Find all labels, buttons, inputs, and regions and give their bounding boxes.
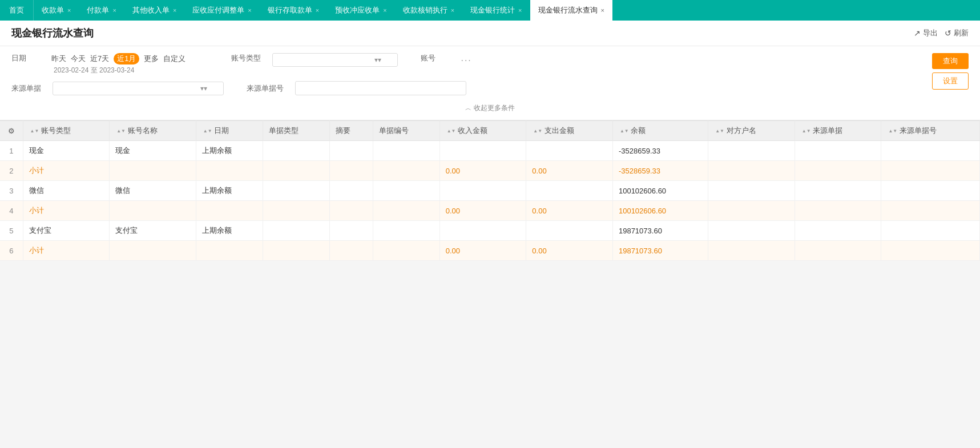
nav-tab-5[interactable]: 预收冲应收单 × [327, 0, 394, 21]
source-doc-select[interactable]: ▾ [53, 82, 224, 95]
col-summary-label: 摘要 [336, 126, 350, 135]
row-date: 上期余额 [196, 181, 263, 201]
row-income: 0.00 [439, 201, 526, 221]
nav-tab-close-4[interactable]: × [316, 7, 319, 14]
col-expense-label: 支出金额 [545, 126, 574, 135]
row-doc-no [373, 141, 439, 161]
row-doc-no [373, 201, 439, 221]
nav-tab-close-7[interactable]: × [518, 7, 522, 14]
source-doc-label: 来源单据 [11, 83, 41, 94]
row-expense [526, 181, 613, 201]
table-row: 3微信微信上期余额100102606.60 [0, 181, 980, 201]
col-account-type[interactable]: ▲▼ 账号类型 [23, 121, 110, 141]
row-counterpart [708, 221, 795, 241]
row-date [196, 161, 263, 181]
nav-tab-7[interactable]: 现金银行统计 × [462, 0, 530, 21]
page-title: 现金银行流水查询 [11, 26, 94, 40]
col-source-doc-no[interactable]: ▲▼ 来源单据号 [881, 121, 980, 141]
nav-tab-4[interactable]: 银行存取款单 × [260, 0, 327, 21]
nav-tab-close-5[interactable]: × [383, 7, 386, 14]
row-income: 0.00 [439, 241, 526, 261]
col-counterpart[interactable]: ▲▼ 对方户名 [708, 121, 795, 141]
nav-tab-6[interactable]: 收款核销执行 × [395, 0, 462, 21]
row-no: 4 [0, 201, 23, 221]
col-source-doc[interactable]: ▲▼ 来源单据 [795, 121, 881, 141]
row-account-type: 支付宝 [23, 221, 110, 241]
nav-tab-close-6[interactable]: × [451, 7, 454, 14]
nav-home[interactable]: 首页 [0, 0, 34, 21]
row-account-type: 微信 [23, 181, 110, 201]
sort-arrows-date: ▲▼ [203, 128, 212, 134]
date-more[interactable]: 更多 [144, 54, 159, 64]
row-counterpart [708, 161, 795, 181]
account-dots[interactable]: ... [461, 53, 471, 63]
nav-tab-close-1[interactable]: × [112, 7, 116, 14]
sort-arrows-income: ▲▼ [447, 128, 456, 134]
query-button[interactable]: 查询 [932, 53, 969, 69]
nav-tab-label-4: 银行存取款单 [268, 5, 312, 15]
source-doc-no-input[interactable] [295, 81, 466, 95]
nav-tab-3[interactable]: 应收应付调整单 × [184, 0, 259, 21]
nav-tab-close-0[interactable]: × [67, 7, 71, 14]
col-balance-label: 余额 [631, 126, 646, 135]
row-no: 6 [0, 241, 23, 261]
date-yesterday[interactable]: 昨天 [51, 54, 66, 64]
col-expense[interactable]: ▲▼ 支出金额 [526, 121, 613, 141]
date-7days[interactable]: 近7天 [90, 54, 109, 64]
row-doc-type [263, 241, 329, 261]
col-account-name[interactable]: ▲▼ 账号名称 [110, 121, 196, 141]
sort-arrows-account-type: ▲▼ [30, 128, 39, 134]
col-date[interactable]: ▲▼ 日期 [196, 121, 263, 141]
date-1month[interactable]: 近1月 [114, 53, 139, 64]
col-doc-type[interactable]: 单据类型 [263, 121, 329, 141]
nav-tab-1[interactable]: 付款单 × [79, 0, 124, 21]
row-account-name [110, 161, 196, 181]
row-counterpart [708, 181, 795, 201]
nav-tab-2[interactable]: 其他收入单 × [124, 0, 184, 21]
collapse-bar[interactable]: ︿ 收起更多条件 [11, 103, 969, 113]
date-filter-label: 日期 [11, 53, 40, 63]
col-gear[interactable]: ⚙ [0, 121, 23, 141]
sort-arrows-source-doc-no: ▲▼ [888, 128, 897, 134]
nav-tab-close-3[interactable]: × [248, 7, 251, 14]
date-today[interactable]: 今天 [71, 54, 86, 64]
date-range: 2023-02-24 至 2023-03-24 [54, 66, 185, 75]
row-source-doc-no [881, 161, 980, 181]
row-summary [330, 221, 373, 241]
col-balance[interactable]: ▲▼ 余额 [612, 121, 708, 141]
col-doc-no[interactable]: 单据编号 [373, 121, 439, 141]
account-type-select[interactable]: ▾ [272, 53, 398, 67]
row-balance: 19871073.60 [612, 241, 708, 261]
row-account-name [110, 201, 196, 221]
settings-button[interactable]: 设置 [932, 72, 969, 90]
col-account-type-label: 账号类型 [41, 126, 71, 135]
nav-tab-close-2[interactable]: × [173, 7, 176, 14]
row-doc-no [373, 181, 439, 201]
export-button[interactable]: ↗ 导出 [914, 28, 938, 38]
nav-tab-close-8[interactable]: × [601, 7, 604, 14]
row-balance: 100102606.60 [612, 181, 708, 201]
row-summary [330, 141, 373, 161]
row-counterpart [708, 201, 795, 221]
data-table: ⚙ ▲▼ 账号类型 ▲▼ 账号名称 ▲▼ 日期 单据类型 摘 [0, 120, 980, 261]
row-account-name: 微信 [110, 181, 196, 201]
row-doc-type [263, 181, 329, 201]
row-source-doc [795, 181, 881, 201]
nav-tab-label-1: 付款单 [87, 5, 109, 15]
row-doc-type [263, 161, 329, 181]
nav-tab-0[interactable]: 收款单 × [34, 0, 79, 21]
date-custom[interactable]: 自定义 [163, 54, 185, 64]
source-doc-chevron: ▾ [200, 84, 207, 92]
col-summary[interactable]: 摘要 [330, 121, 373, 141]
row-account-name: 现金 [110, 141, 196, 161]
row-counterpart [708, 241, 795, 261]
filter-right-actions: 查询 设置 [932, 53, 969, 90]
nav-tab-8[interactable]: 现金银行流水查询 × [530, 0, 612, 21]
source-doc-no-label: 来源单据号 [247, 83, 284, 94]
refresh-button[interactable]: ↺ 刷新 [945, 28, 969, 38]
row-account-name [110, 241, 196, 261]
col-income[interactable]: ▲▼ 收入金额 [439, 121, 526, 141]
nav-tab-label-6: 收款核销执行 [403, 5, 447, 15]
row-doc-type [263, 221, 329, 241]
row-no: 2 [0, 161, 23, 181]
